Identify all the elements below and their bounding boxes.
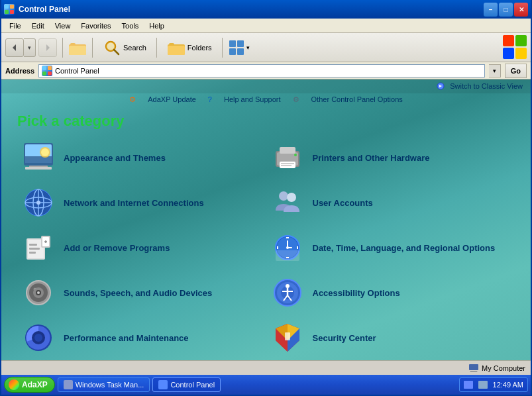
appearance-icon (23, 142, 54, 173)
network-icon (23, 187, 54, 219)
svg-rect-17 (229, 48, 236, 55)
svg-rect-30 (25, 156, 52, 163)
back-dropdown-button[interactable]: ▾ (24, 38, 36, 57)
forward-button[interactable] (38, 38, 57, 57)
close-button[interactable]: ✕ (514, 3, 528, 17)
sounds-label: Sounds, Speech, and Audio Devices (64, 288, 212, 298)
my-computer-status: My Computer (468, 364, 525, 373)
address-input[interactable] (55, 67, 482, 75)
my-computer-icon (468, 364, 479, 373)
address-label: Address (5, 67, 34, 75)
users-label: User Accounts (313, 198, 373, 208)
tray-network-icon (478, 381, 488, 389)
switch-classic-link[interactable]: Switch to Classic View (450, 82, 523, 90)
category-appearance[interactable]: Appearance and Themes (17, 135, 266, 180)
category-addremove[interactable]: Add or Remove Programs (17, 225, 266, 270)
start-button[interactable]: AdaXP (4, 377, 55, 393)
addremove-label: Add or Remove Programs (64, 243, 170, 253)
folders-label: Folders (187, 44, 212, 52)
address-bar: Address ▾ Go (1, 62, 531, 79)
other-options-link[interactable]: Other Control Panel Options (311, 95, 403, 103)
svg-point-78 (286, 284, 290, 288)
svg-rect-16 (237, 40, 244, 47)
svg-rect-14 (169, 43, 174, 46)
tray-monitor-icon (464, 381, 473, 389)
controlpanel-label: Control Panel (170, 381, 215, 389)
svg-rect-64 (297, 246, 298, 249)
svg-rect-56 (29, 244, 37, 246)
search-button[interactable]: Search (98, 36, 151, 60)
security-label: Security Center (313, 333, 376, 343)
menu-file[interactable]: File (4, 21, 27, 31)
taskbar-item-taskman[interactable]: Windows Task Man... (58, 377, 150, 392)
view-dropdown-arrow[interactable]: ▾ (246, 44, 250, 51)
title-bar-left: Control Panel (4, 4, 70, 15)
title-bar: Control Panel – □ ✕ (1, 0, 531, 19)
category-sounds[interactable]: Sounds, Speech, and Audio Devices (17, 270, 266, 315)
security-icon (272, 322, 303, 354)
menu-favorites[interactable]: Favorites (76, 21, 116, 31)
minimize-button[interactable]: – (484, 3, 498, 17)
title-bar-controls: – □ ✕ (484, 3, 528, 17)
category-printers[interactable]: Printers and Other Hardware (266, 135, 515, 180)
svg-rect-94 (470, 371, 478, 372)
performance-icon (23, 322, 54, 354)
address-icon (42, 66, 52, 76)
menu-help[interactable]: Help (144, 21, 170, 31)
help-link[interactable]: Help and Support (224, 95, 281, 103)
addremove-icon (23, 232, 54, 264)
toolbar: ▾ Search (1, 33, 531, 62)
performance-label: Performance and Maintenance (64, 333, 189, 343)
svg-point-47 (36, 201, 40, 205)
svg-rect-20 (515, 35, 527, 46)
category-heading: Pick a category (1, 106, 531, 135)
separator-2 (92, 38, 93, 58)
svg-rect-24 (48, 66, 52, 70)
svg-rect-63 (277, 246, 278, 249)
category-performance[interactable]: Performance and Maintenance (17, 315, 266, 360)
category-accessibility[interactable]: Accessibility Options (266, 270, 515, 315)
start-logo (9, 379, 19, 390)
category-datetime[interactable]: Date, Time, Language, and Regional Optio… (266, 225, 515, 270)
menu-edit[interactable]: Edit (27, 21, 50, 31)
adaxp-link[interactable]: AdaXP Update (148, 95, 196, 103)
menu-tools[interactable]: Tools (117, 21, 144, 31)
svg-point-41 (294, 154, 297, 156)
svg-rect-15 (229, 40, 236, 47)
help-icon: ? (208, 95, 212, 103)
control-panel-window: Control Panel – □ ✕ File Edit View Favor… (0, 0, 532, 396)
back-button[interactable] (5, 38, 24, 57)
svg-point-67 (286, 246, 289, 249)
svg-rect-1 (10, 5, 14, 9)
view-options[interactable]: ▾ (228, 39, 250, 56)
svg-rect-18 (237, 48, 244, 55)
svg-rect-92 (469, 364, 478, 370)
maximize-button[interactable]: □ (499, 3, 513, 17)
svg-rect-13 (168, 46, 185, 55)
printers-label: Printers and Other Hardware (313, 153, 430, 163)
svg-rect-22 (515, 48, 527, 59)
category-network[interactable]: Network and Internet Connections (17, 180, 266, 225)
category-security[interactable]: Security Center (266, 315, 515, 360)
menu-bar: File Edit View Favorites Tools Help (1, 19, 531, 33)
svg-rect-32 (25, 167, 52, 170)
svg-rect-68 (276, 250, 299, 261)
menu-view[interactable]: View (50, 21, 76, 31)
folders-icon (167, 40, 186, 56)
taskbar-item-controlpanel[interactable]: Control Panel (152, 377, 221, 392)
svg-rect-0 (5, 5, 9, 9)
main-area: Switch to Classic View ⚙ AdaXP Update ? … (1, 79, 531, 360)
go-button[interactable]: Go (505, 64, 527, 78)
accessibility-icon (272, 277, 303, 309)
datetime-label: Date, Time, Language, and Regional Optio… (313, 243, 496, 253)
folders-button[interactable]: Folders (162, 37, 217, 58)
svg-rect-37 (280, 147, 295, 154)
system-tray: 12:49 AM (459, 377, 528, 392)
search-icon (103, 38, 121, 57)
address-dropdown-button[interactable]: ▾ (489, 64, 501, 77)
category-users[interactable]: User Accounts (266, 180, 515, 225)
svg-rect-23 (42, 66, 46, 70)
start-label: AdaXP (22, 380, 48, 389)
window-title: Control Panel (19, 5, 70, 14)
users-icon (272, 187, 303, 219)
